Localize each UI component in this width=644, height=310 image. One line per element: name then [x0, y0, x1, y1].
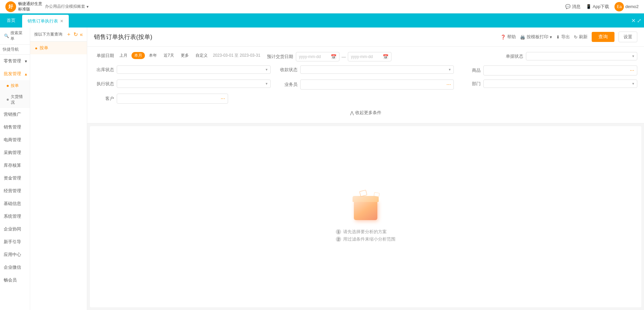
print-button[interactable]: 🖨️ 按模板打印 ▾: [520, 34, 552, 40]
tab-home[interactable]: 首页: [0, 13, 22, 28]
date-current-year-btn[interactable]: 本年: [146, 52, 160, 59]
inactive-dot: [7, 99, 9, 101]
order-status-label: 单据状态: [503, 53, 523, 59]
logo-text: 畅捷通好生意 标准版: [18, 1, 42, 12]
filter-group-expected-delivery: 预计交货日期 yyyy-mm-dd 📅 — yyyy-mm-dd 📅: [267, 52, 496, 61]
sidebar-item-member[interactable]: 畅会员: [0, 274, 30, 287]
date-label: 单据日期: [94, 53, 114, 59]
breadcrumb[interactable]: 办公用品行业模拟账套 ▾: [45, 4, 89, 9]
empty-illustration-img: [349, 190, 382, 223]
filter-group-delivery-status: 出库状态 ▾: [94, 65, 271, 74]
query-button[interactable]: 查询: [592, 32, 614, 42]
sidebar-item-sales[interactable]: 销售管理: [0, 121, 30, 134]
sidebar: 🔍 搜索菜单 快捷导航 零售管理 ▾ 批发管理 ▴ 按单 欠货: [0, 28, 30, 310]
collapse-panel-button[interactable]: «: [80, 32, 83, 38]
print-chevron-icon: ▾: [550, 35, 552, 40]
tip-item-1: 1 请先选择要分析的方案: [336, 229, 395, 235]
sidebar-quick-nav[interactable]: 快捷导航: [0, 45, 30, 55]
tip-num-1: 1: [336, 229, 341, 235]
active-dot: [7, 85, 9, 87]
collapse-button[interactable]: ⋀ 收起更多条件: [350, 110, 381, 116]
receipt-status-select[interactable]: ▾: [300, 65, 454, 74]
exec-status-label: 执行状态: [94, 81, 114, 87]
expected-delivery-date-group: yyyy-mm-dd 📅 — yyyy-mm-dd 📅: [296, 52, 391, 61]
settings-button[interactable]: 设置: [619, 32, 637, 42]
filter-group-order-status: 单据状态 ▾: [503, 52, 637, 60]
help-icon: ❓: [500, 35, 506, 40]
salesperson-label: 业务员: [277, 82, 298, 88]
filter-group-dept: 部门 ▾: [461, 80, 637, 88]
filter-group-date: 单据日期 上月 本月 本年 近7天 更多 自定义 2023-03-01 至 20…: [94, 52, 260, 59]
export-button[interactable]: ⬇ 导出: [556, 34, 570, 40]
goods-select[interactable]: ···: [483, 65, 637, 75]
user-menu[interactable]: Ea demo2: [614, 2, 639, 11]
expected-delivery-end-input[interactable]: yyyy-mm-dd 📅: [348, 52, 391, 61]
receipt-status-label: 收款状态: [277, 67, 298, 73]
app-download-button[interactable]: 📱 App下载: [586, 4, 609, 10]
exec-status-select[interactable]: ▾: [117, 80, 271, 88]
calendar-end-icon: 📅: [383, 54, 388, 59]
help-button[interactable]: ❓ 帮助: [500, 34, 516, 40]
sidebar-item-app-center[interactable]: 应用中心: [0, 248, 30, 261]
sidebar-item-purchase[interactable]: 采购管理: [0, 146, 30, 159]
result-area: 1 请先选择要分析的方案 2 用过滤条件来缩小分析范围: [90, 126, 641, 307]
page-actions: ❓ 帮助 🖨️ 按模板打印 ▾ ⬇ 导出 ↻ 刷新: [500, 32, 637, 42]
date-last-7-days-btn[interactable]: 近7天: [161, 52, 177, 59]
message-button[interactable]: 💬 消息: [565, 4, 581, 10]
sidebar-sub-item-debt[interactable]: 欠货情况: [0, 91, 30, 108]
export-icon: ⬇: [556, 35, 560, 40]
sidebar-item-basic[interactable]: 基础信息: [0, 197, 30, 210]
date-custom-btn[interactable]: 自定义: [193, 52, 210, 59]
delivery-status-select[interactable]: ▾: [117, 65, 271, 74]
sidebar-item-finance[interactable]: 资金管理: [0, 172, 30, 185]
date-current-month-btn[interactable]: 本月: [131, 52, 145, 59]
header-left: 好 畅捷通好生意 标准版 办公用品行业模拟账套 ▾: [5, 1, 89, 12]
tab-sales-order[interactable]: 销售订单执行表 ✕: [22, 15, 69, 28]
salesperson-dots-icon[interactable]: ···: [446, 82, 451, 88]
receipt-chevron-icon: ▾: [449, 67, 451, 72]
refresh-scheme-button[interactable]: ↻: [73, 31, 78, 38]
goods-dots-icon[interactable]: ···: [630, 67, 634, 73]
date-quick-buttons: 上月 本月 本年 近7天 更多 自定义: [117, 52, 210, 59]
date-last-month-btn[interactable]: 上月: [117, 52, 130, 59]
date-more-btn[interactable]: 更多: [178, 52, 192, 59]
sidebar-item-enterprise[interactable]: 企业协同: [0, 223, 30, 236]
order-status-select[interactable]: ▾: [526, 52, 637, 60]
sidebar-item-system[interactable]: 系统管理: [0, 210, 30, 223]
salesperson-select[interactable]: ···: [300, 80, 454, 90]
expand-window-button[interactable]: ⤢: [637, 17, 641, 24]
top-header: 好 畅捷通好生意 标准版 办公用品行业模拟账套 ▾ 💬 消息 📱 App下载 E…: [0, 0, 644, 13]
sidebar-item-corp-wechat[interactable]: 企业微信: [0, 261, 30, 274]
sidebar-sub-item-order[interactable]: 按单: [0, 80, 30, 91]
box-lid: [353, 196, 379, 202]
scheme-item-order[interactable]: ● 按单: [30, 42, 87, 54]
paper-2: [374, 192, 380, 197]
sidebar-item-newbie[interactable]: 新手引导: [0, 236, 30, 248]
filter-row-status: 出库状态 ▾ 收款状态 ▾ 商品: [94, 65, 637, 75]
sidebar-search[interactable]: 🔍 搜索菜单: [0, 28, 30, 45]
sidebar-item-wholesale[interactable]: 批发管理 ▴: [0, 67, 30, 80]
order-status-chevron-icon: ▾: [632, 54, 634, 58]
sidebar-item-ecommerce[interactable]: 电商管理: [0, 134, 30, 146]
close-window-button[interactable]: ✕: [631, 17, 636, 24]
filter-group-salesperson: 业务员 ···: [277, 80, 454, 90]
sidebar-item-marketing[interactable]: 营销推广: [0, 108, 30, 121]
refresh-button[interactable]: ↻ 刷新: [574, 34, 588, 40]
customer-dots-icon[interactable]: ···: [221, 96, 225, 102]
customer-select[interactable]: ···: [117, 94, 228, 104]
add-scheme-button[interactable]: ＋: [66, 31, 71, 38]
expected-delivery-label: 预计交货日期: [267, 54, 293, 60]
dept-select[interactable]: ▾: [483, 80, 637, 88]
main-content: 销售订单执行表(按单) ❓ 帮助 🖨️ 按模板打印 ▾ ⬇ 导出: [87, 28, 644, 310]
content-area: 按以下方案查询 ＋ ↻ « ● 按单 销售订单执行表(按单) ❓: [30, 28, 644, 310]
sidebar-item-retail[interactable]: 零售管理 ▾: [0, 55, 30, 67]
sidebar-item-inventory[interactable]: 库存核算: [0, 159, 30, 172]
tab-close-button[interactable]: ✕: [60, 19, 63, 23]
dept-label: 部门: [461, 81, 481, 87]
expected-delivery-start-input[interactable]: yyyy-mm-dd 📅: [296, 52, 339, 61]
sidebar-item-operations[interactable]: 经营管理: [0, 185, 30, 197]
sidebar-sub-menu: 按单 欠货情况: [0, 80, 30, 108]
chevron-icon: ▾: [25, 59, 27, 64]
logo-icon: 好: [5, 1, 16, 12]
collapse-icon: ⋀: [350, 110, 354, 115]
